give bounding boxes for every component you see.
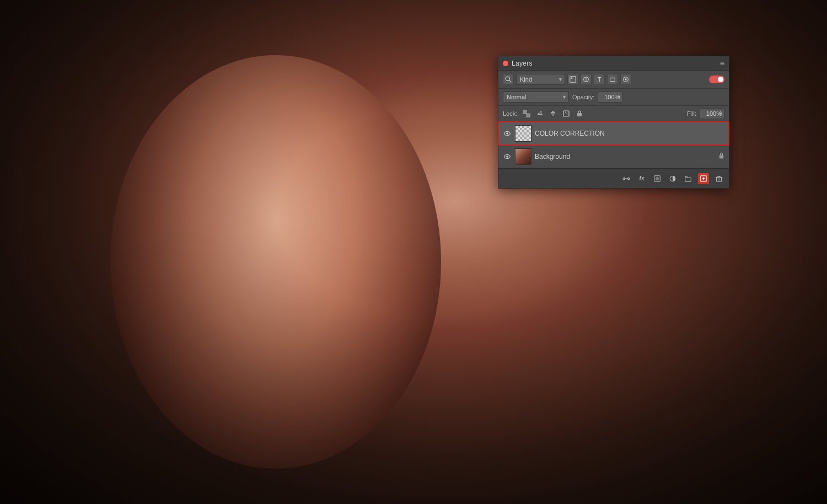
lock-label: Lock:: [503, 110, 517, 117]
blend-mode-row: Normal Dissolve Darken Multiply Color Bu…: [498, 89, 729, 106]
svg-point-24: [656, 176, 659, 180]
filter-toggle[interactable]: [709, 76, 724, 83]
svg-rect-8: [523, 110, 527, 114]
layer-name-1: COLOR CORRECTION: [535, 130, 724, 137]
svg-rect-9: [527, 114, 530, 117]
svg-point-12: [540, 111, 542, 113]
new-layer-button[interactable]: [698, 173, 709, 184]
layer-thumb-1: [515, 125, 531, 142]
layer-mask-button[interactable]: [652, 173, 663, 184]
layer-visibility-toggle-2[interactable]: [503, 152, 512, 161]
pixel-filter-icon[interactable]: [567, 74, 578, 85]
opacity-input[interactable]: [598, 92, 622, 103]
fill-input[interactable]: [700, 108, 724, 119]
shape-filter-icon[interactable]: [607, 74, 618, 85]
blend-mode-wrapper: Normal Dissolve Darken Multiply Color Bu…: [503, 92, 569, 103]
layers-list: COLOR CORRECTION Background: [498, 122, 729, 168]
opacity-label: Opacity:: [572, 94, 594, 100]
layer-background[interactable]: Background: [498, 145, 729, 168]
panel-titlebar: Layers ≡: [498, 56, 729, 71]
search-svg: [504, 76, 512, 83]
layer-name-2: Background: [535, 153, 715, 160]
svg-line-1: [509, 81, 512, 83]
link-layers-button[interactable]: [621, 173, 632, 184]
layer-lock-icon-2: [718, 152, 724, 161]
fill-label: Fill:: [687, 110, 696, 117]
adjustment-layer-button[interactable]: [667, 173, 678, 184]
layer-thumb-2: [515, 148, 531, 165]
create-group-button[interactable]: [683, 173, 694, 184]
lock-image-icon[interactable]: [535, 109, 545, 119]
fill-wrapper: ▼: [700, 108, 724, 119]
panel-close-button[interactable]: [503, 61, 508, 66]
svg-rect-10: [527, 110, 530, 114]
lock-all-icon[interactable]: [574, 109, 584, 119]
panel-menu-icon[interactable]: ≡: [720, 59, 724, 68]
svg-rect-20: [719, 155, 723, 158]
lock-pixels-icon[interactable]: [522, 109, 531, 119]
svg-rect-11: [523, 114, 527, 117]
kind-dropdown-wrapper: Kind Name Effect Mode Attribute Color Sm…: [516, 74, 565, 85]
search-icon[interactable]: [503, 74, 514, 85]
layer-color-correction[interactable]: COLOR CORRECTION: [498, 122, 729, 145]
svg-rect-3: [571, 78, 573, 79]
adjustment-filter-icon[interactable]: [581, 74, 592, 85]
lock-row: Lock: Fill: ▼: [498, 106, 729, 122]
svg-point-0: [506, 77, 509, 81]
filter-row: Kind Name Effect Mode Attribute Color Sm…: [498, 71, 729, 89]
layer-visibility-toggle-1[interactable]: [503, 129, 512, 138]
lock-position-icon[interactable]: [548, 109, 558, 119]
svg-rect-15: [577, 113, 582, 116]
type-filter-icon[interactable]: T: [594, 74, 605, 85]
layers-panel: Layers ≡ Kind Name Effect Mode Attribute…: [498, 56, 729, 189]
blend-mode-select[interactable]: Normal Dissolve Darken Multiply Color Bu…: [503, 92, 569, 103]
svg-rect-30: [717, 177, 722, 181]
svg-rect-5: [610, 78, 615, 81]
panel-title: Layers: [512, 60, 533, 67]
svg-point-17: [506, 132, 508, 135]
layer-style-button[interactable]: fx: [636, 173, 647, 184]
svg-rect-26: [685, 178, 691, 181]
bottom-toolbar: fx: [498, 168, 729, 188]
opacity-wrapper: ▼: [598, 92, 622, 103]
svg-rect-2: [570, 77, 576, 83]
delete-layer-button[interactable]: [713, 173, 724, 184]
svg-line-14: [565, 112, 567, 115]
smart-filter-icon[interactable]: [620, 74, 631, 85]
lock-artboard-icon[interactable]: [561, 109, 571, 119]
panel-title-left: Layers: [503, 60, 533, 67]
kind-select[interactable]: Kind Name Effect Mode Attribute Color Sm…: [516, 74, 565, 85]
svg-point-7: [625, 78, 627, 81]
svg-point-19: [506, 156, 508, 158]
